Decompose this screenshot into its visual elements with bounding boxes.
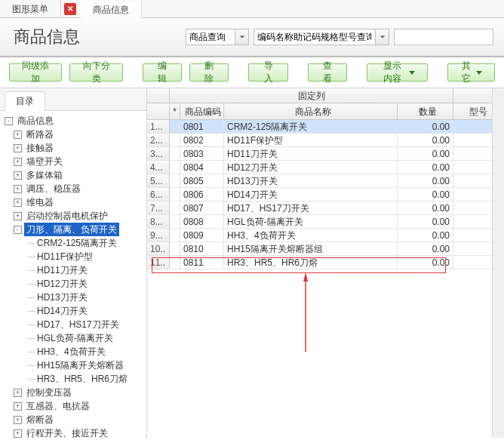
tree-node-label[interactable]: HD12刀开关 — [35, 277, 90, 291]
col-code[interactable]: 商品编码 — [180, 103, 224, 119]
expand-icon[interactable]: + — [14, 144, 22, 152]
tree-node-label[interactable]: 刀形、隔离、负荷开关 — [24, 223, 119, 236]
other-button[interactable]: 其它 — [447, 63, 495, 82]
tree-node[interactable]: +墙壁开关 — [3, 155, 145, 168]
tree-node-label[interactable]: HD11F保护型 — [35, 250, 95, 263]
table-row[interactable]: 6...0806HD14刀开关0.00 — [147, 188, 504, 202]
collapse-icon[interactable]: - — [14, 226, 22, 234]
import-button[interactable]: 导入 — [248, 63, 287, 82]
tree-node-label[interactable]: HR3、HR5、HR6刀熔 — [35, 372, 130, 386]
search-keyword-combo[interactable] — [394, 29, 493, 45]
add-sibling-button[interactable]: 同级添加 — [9, 63, 62, 82]
tree-node[interactable]: HD13刀开关 — [3, 291, 145, 304]
tree-node-label[interactable]: HD11刀开关 — [35, 263, 90, 277]
tree-node[interactable]: +熔断器 — [3, 413, 145, 426]
expand-icon[interactable]: + — [14, 429, 22, 438]
tree-node[interactable]: +断路器 — [3, 128, 145, 141]
tree-node-label[interactable]: 断路器 — [24, 128, 56, 141]
tree-node[interactable]: HH3、4负荷开关 — [3, 345, 145, 358]
tree-node[interactable]: +调压、稳压器 — [3, 182, 145, 195]
collapse-icon[interactable]: - — [5, 117, 13, 125]
tree-node-label[interactable]: 墙壁开关 — [24, 155, 65, 168]
tree-node[interactable]: HD17、HS17刀开关 — [3, 318, 145, 331]
delete-button[interactable]: 删除 — [189, 63, 229, 82]
tree-node-label[interactable]: HD13刀开关 — [35, 291, 90, 304]
table-row[interactable]: 10..0810HH15隔离开关熔断器组0.00 — [147, 242, 504, 256]
col-qty[interactable]: 数量 — [398, 103, 453, 119]
vertical-scrollbar[interactable] — [492, 88, 504, 438]
table-row[interactable]: 1...0801CRM2-125隔离开关0.00 — [147, 120, 504, 134]
tab-graph-menu[interactable]: 图形菜单 — [0, 0, 61, 18]
tree-node[interactable]: CRM2-125隔离开关 — [3, 236, 145, 250]
expand-icon[interactable]: + — [14, 171, 22, 180]
search-keyword-input[interactable] — [395, 29, 493, 45]
tree-node[interactable]: HH15隔离开关熔断器 — [3, 358, 145, 372]
chevron-down-icon[interactable] — [235, 29, 248, 45]
tree-node[interactable]: HD14刀开关 — [3, 304, 145, 318]
tree-node[interactable]: +控制变压器 — [3, 386, 145, 399]
expand-icon[interactable]: + — [14, 416, 22, 424]
table-row[interactable]: 8...0808HGL负荷-隔离开关0.00 — [147, 215, 504, 229]
row-name: HD17、HS17刀开关 — [224, 202, 398, 214]
tree-node-label[interactable]: 启动控制器电机保护 — [24, 209, 110, 223]
expand-icon[interactable]: + — [14, 212, 22, 220]
tree-node[interactable]: HD11刀开关 — [3, 263, 145, 277]
tree-node[interactable]: -商品信息 — [3, 114, 145, 128]
col-star[interactable]: * — [170, 103, 180, 119]
tree-node-label[interactable]: 商品信息 — [15, 114, 56, 128]
expand-icon[interactable]: + — [14, 198, 22, 207]
expand-icon[interactable]: + — [14, 131, 22, 139]
expand-icon[interactable]: + — [14, 185, 22, 193]
tree-node[interactable]: -刀形、隔离、负荷开关 — [3, 223, 145, 236]
table-row[interactable]: 9...0809HH3、4负荷开关0.00 — [147, 229, 504, 242]
expand-icon[interactable]: + — [14, 158, 22, 166]
tree-node-label[interactable]: 控制变压器 — [24, 386, 74, 399]
table-row[interactable]: 11..0811HR3、HR5、HR6刀熔0.00 — [147, 256, 504, 269]
tree-node[interactable]: +行程开关、接近开关 — [3, 426, 145, 438]
tree-node-label[interactable]: 熔断器 — [24, 413, 56, 426]
close-icon[interactable]: ✕ — [64, 3, 76, 15]
tree-node-label[interactable]: 互感器、电抗器 — [24, 399, 92, 413]
tree-node-label[interactable]: HGL负荷-隔离开关 — [35, 331, 115, 345]
tree-node[interactable]: +互感器、电抗器 — [3, 399, 145, 413]
view-button[interactable]: 查看 — [308, 63, 347, 82]
tree-node[interactable]: HD11F保护型 — [3, 250, 145, 263]
tree-node-label[interactable]: 接触器 — [24, 141, 56, 155]
classify-down-button[interactable]: 向下分类 — [69, 63, 122, 82]
tree-node[interactable]: +多媒体箱 — [3, 168, 145, 182]
tree-node-label[interactable]: HH15隔离开关熔断器 — [35, 358, 126, 372]
table-row[interactable]: 5...0805HD13刀开关0.00 — [147, 174, 504, 188]
search-type-input[interactable] — [186, 29, 235, 45]
table-row[interactable]: 7...0807HD17、HS17刀开关0.00 — [147, 202, 504, 215]
grid-body[interactable]: 1...0801CRM2-125隔离开关0.002...0802HD11F保护型… — [147, 120, 504, 269]
search-field-combo[interactable] — [254, 29, 389, 45]
tab-product-info[interactable]: 商品信息 — [81, 1, 142, 19]
show-content-button[interactable]: 显示内容 — [367, 63, 428, 82]
table-row[interactable]: 2...0802HD11F保护型0.00 — [147, 134, 504, 147]
tree-node-label[interactable]: 调压、稳压器 — [24, 182, 83, 195]
col-name[interactable]: 商品名称 — [224, 103, 398, 119]
tree-node-label[interactable]: HD17、HS17刀开关 — [35, 318, 121, 331]
tree-node[interactable]: HR3、HR5、HR6刀熔 — [3, 372, 145, 386]
tree-node-label[interactable]: 多媒体箱 — [24, 168, 65, 182]
table-row[interactable]: 4...0804HD12刀开关0.00 — [147, 161, 504, 174]
tree-node[interactable]: +接触器 — [3, 141, 145, 155]
tree-node-label[interactable]: 行程开关、接近开关 — [24, 426, 110, 438]
tree-node[interactable]: HGL负荷-隔离开关 — [3, 331, 145, 345]
search-type-combo[interactable] — [186, 29, 249, 45]
expand-icon[interactable]: + — [14, 389, 22, 397]
tree-node[interactable]: +维电器 — [3, 195, 145, 209]
tree-node[interactable]: HD12刀开关 — [3, 277, 145, 291]
expand-icon[interactable]: + — [14, 402, 22, 411]
tree-node-label[interactable]: 维电器 — [24, 195, 56, 209]
table-row[interactable]: 3...0803HD11刀开关0.00 — [147, 147, 504, 161]
tree-node-label[interactable]: CRM2-125隔离开关 — [35, 236, 119, 250]
edit-button[interactable]: 编辑 — [143, 63, 182, 82]
sidebar-tab-catalog[interactable]: 目录 — [5, 91, 45, 111]
tree-node-label[interactable]: HD14刀开关 — [35, 304, 90, 318]
tree-node[interactable]: +启动控制器电机保护 — [3, 209, 145, 223]
tree-node-label[interactable]: HH3、4负荷开关 — [35, 345, 108, 358]
chevron-down-icon[interactable] — [375, 29, 389, 45]
tree[interactable]: -商品信息+断路器+接触器+墙壁开关+多媒体箱+调压、稳压器+维电器+启动控制器… — [0, 111, 146, 438]
search-field-input[interactable] — [254, 29, 375, 45]
